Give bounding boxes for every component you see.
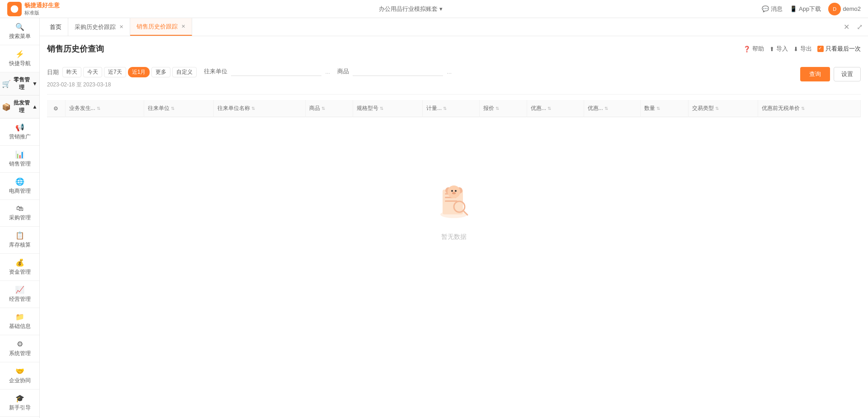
import-button[interactable]: ⬆ 导入 (769, 45, 788, 53)
sidebar-item-system[interactable]: ⚙ 系统管理 (0, 335, 39, 362)
empty-text: 暂无数据 (441, 233, 467, 241)
col-trade-type[interactable]: 交易类型 ⇅ (688, 100, 758, 117)
sort-icon: ⇅ (97, 106, 100, 111)
sidebar-item-search-menu[interactable]: 🔍 搜索菜单 (0, 18, 39, 45)
ecommerce-icon: 🌐 (15, 177, 24, 186)
message-action[interactable]: 💬 消息 (762, 5, 783, 13)
partner-input[interactable] (231, 67, 321, 76)
setting-button[interactable]: 设置 (834, 67, 861, 81)
operations-icon: 📈 (15, 285, 24, 294)
sidebar-item-inventory[interactable]: 📋 库存核算 (0, 227, 39, 254)
col-spec[interactable]: 规格型号 ⇅ (353, 100, 422, 117)
col-unit[interactable]: 计量... ⇅ (422, 100, 479, 117)
query-button[interactable]: 查询 (800, 67, 830, 81)
data-table: ⚙ 业务发生... ⇅ 往来单 (47, 100, 861, 117)
filter-row: 日期 昨天 今天 近7天 近1月 更多 自定义 2023-02-18 至 202… (47, 62, 861, 95)
maximize-button[interactable]: ⤢ (855, 23, 864, 31)
settings-icon: ⚙ (53, 105, 58, 112)
partner-filter-group: 往来单位 ... (204, 67, 330, 76)
col-quantity[interactable]: 数量 ⇅ (641, 100, 688, 117)
product-input[interactable] (353, 67, 443, 76)
close-all-tabs-button[interactable]: ✕ (842, 23, 851, 31)
svg-point-0 (11, 5, 19, 13)
tab-close-purchase[interactable]: ✕ (119, 24, 123, 30)
sidebar-item-sales-mgmt[interactable]: 📊 销售管理 (0, 146, 39, 173)
tab-sales-history[interactable]: 销售历史价跟踪 ✕ (130, 18, 192, 36)
partner-dots[interactable]: ... (325, 68, 330, 75)
date-filter-group: 日期 昨天 今天 近7天 近1月 更多 自定义 2023-02-18 至 202… (47, 67, 197, 89)
col-biz-date[interactable]: 业务发生... ⇅ (65, 100, 144, 117)
sidebar-item-finance[interactable]: 💰 资金管理 (0, 254, 39, 281)
page-header: 销售历史价查询 ❓ 帮助 ⬆ 导入 ⬇ 导出 (47, 43, 861, 54)
help-button[interactable]: ❓ 帮助 (743, 45, 764, 53)
col-product[interactable]: 商品 ⇅ (305, 100, 353, 117)
sidebar-item-basic-info[interactable]: 📁 基础信息 (0, 308, 39, 335)
col-settings[interactable]: ⚙ (47, 100, 65, 117)
system-icon: ⚙ (17, 340, 23, 348)
inventory-icon: 📋 (15, 231, 24, 240)
import-icon: ⬆ (769, 46, 774, 52)
date-btn-custom[interactable]: 自定义 (172, 67, 197, 77)
search-icon: 🔍 (15, 23, 24, 31)
checkbox-icon (817, 46, 824, 52)
sidebar-item-operations[interactable]: 📈 经营管理 (0, 281, 39, 308)
svg-rect-5 (445, 200, 458, 202)
tab-home[interactable]: 首页 (43, 18, 68, 36)
sidebar-item-purchase[interactable]: 🛍 采购管理 (0, 200, 39, 227)
sort-icon: ⇅ (251, 106, 255, 111)
avatar: D (828, 3, 841, 15)
user-action[interactable]: D demo2 (828, 3, 861, 15)
expand-icon: ▲ (32, 104, 38, 110)
tab-purchase-history[interactable]: 采购历史价跟踪 ✕ (68, 18, 130, 36)
only-last-checkbox[interactable]: 只看最后一次 (817, 45, 861, 53)
sales-icon: 📊 (15, 150, 24, 159)
col-partner-code[interactable]: 往来单位 ⇅ (144, 100, 213, 117)
date-btn-7days[interactable]: 近7天 (104, 67, 126, 77)
topbar-right: 💬 消息 📱 App下载 D demo2 (762, 3, 861, 15)
topbar-center[interactable]: 办公用品行业模拟账套 ▾ (379, 5, 443, 13)
date-btn-yesterday[interactable]: 昨天 (62, 67, 81, 77)
quick-nav-icon: ⚡ (15, 50, 24, 58)
svg-point-13 (452, 192, 456, 195)
sidebar-item-wholesale[interactable]: 📦 批发管理 ▲ (0, 95, 39, 119)
page-container: 销售历史价查询 ❓ 帮助 ⬆ 导入 ⬇ 导出 (40, 36, 868, 418)
sidebar-item-guide[interactable]: 🎓 新手引导 (0, 390, 39, 417)
sidebar-item-quick-nav[interactable]: ⚡ 快捷导航 (0, 45, 39, 72)
app-download-action[interactable]: 📱 App下载 (790, 5, 821, 13)
product-filter-group: 商品 ... (337, 67, 452, 76)
right-panel: 首页 采购历史价跟踪 ✕ 销售历史价跟踪 ✕ ✕ ⤢ 销售历史价查询 (40, 18, 868, 418)
sidebar-item-enterprise[interactable]: 🤝 企业协同 (0, 362, 39, 390)
sort-icon: ⇅ (801, 106, 805, 111)
app-icon: 📱 (790, 5, 797, 12)
tab-bar: 首页 采购历史价跟踪 ✕ 销售历史价跟踪 ✕ ✕ ⤢ (40, 18, 868, 36)
logo-area: 畅捷通好生意 标准版 (7, 2, 60, 16)
col-price[interactable]: 报价 ⇅ (479, 100, 527, 117)
collapse-icon: ▼ (32, 81, 38, 87)
finance-icon: 💰 (15, 258, 24, 267)
col-discount-rate[interactable]: 优惠... ⇅ (527, 100, 584, 117)
col-partner-name[interactable]: 往来单位名称 ⇅ (213, 100, 305, 117)
date-btn-1month[interactable]: 近1月 (128, 67, 150, 77)
col-discount-amount[interactable]: 优惠... ⇅ (584, 100, 641, 117)
sidebar-item-retail[interactable]: 🛒 零售管理 ▼ (0, 72, 39, 95)
export-button[interactable]: ⬇ 导出 (793, 45, 812, 53)
tab-bar-actions: ✕ ⤢ (842, 23, 864, 31)
workspace-selector[interactable]: 办公用品行业模拟账套 ▾ (379, 5, 443, 13)
sidebar-item-ecommerce[interactable]: 🌐 电商管理 (0, 173, 39, 200)
enterprise-icon: 🤝 (15, 367, 24, 375)
date-btn-more[interactable]: 更多 (151, 67, 170, 77)
mascot-container (431, 180, 476, 226)
tab-close-sales[interactable]: ✕ (181, 24, 185, 29)
content-area: 销售历史价查询 ❓ 帮助 ⬆ 导入 ⬇ 导出 (40, 36, 868, 418)
product-dots[interactable]: ... (447, 68, 452, 75)
col-pre-tax-price[interactable]: 优惠前无税单价 ⇅ (758, 100, 860, 117)
sort-icon: ⇅ (171, 106, 175, 111)
date-btn-today[interactable]: 今天 (83, 67, 102, 77)
date-quick-buttons: 昨天 今天 近7天 近1月 更多 自定义 (62, 67, 197, 77)
page-actions: ❓ 帮助 ⬆ 导入 ⬇ 导出 只看最后一次 (743, 45, 861, 53)
sort-icon: ⇅ (495, 106, 499, 111)
sort-icon: ⇅ (443, 106, 447, 111)
sidebar-item-marketing[interactable]: 📢 营销推广 (0, 119, 39, 146)
message-icon: 💬 (762, 5, 769, 12)
purchase-icon: 🛍 (16, 204, 24, 213)
